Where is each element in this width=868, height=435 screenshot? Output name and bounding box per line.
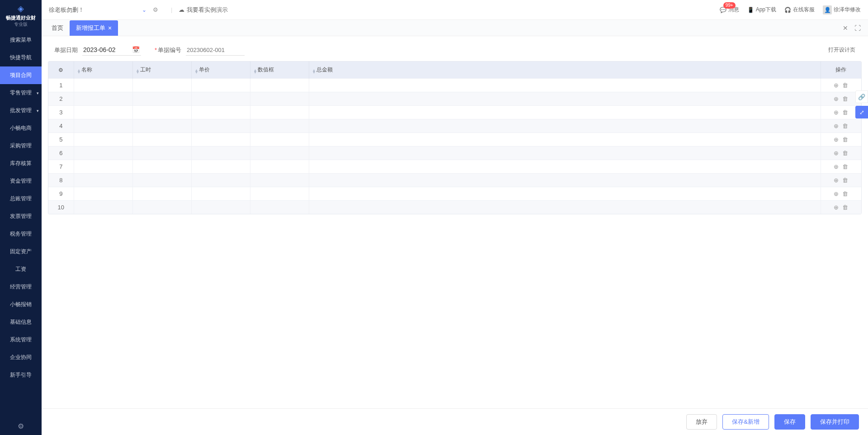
cell-danjia[interactable]: [191, 160, 250, 174]
save-print-button[interactable]: 保存并打印: [811, 414, 859, 430]
cell-zongjine[interactable]: [309, 119, 821, 133]
cell-shuzhikuang[interactable]: [250, 174, 309, 187]
cell-zongjine[interactable]: [309, 160, 821, 174]
cell-shuzhikuang[interactable]: [250, 187, 309, 201]
cell-gongshi[interactable]: [132, 119, 191, 133]
header-settings[interactable]: ⚙: [48, 61, 74, 79]
header-shuzhikuang[interactable]: ▴▾数值框: [250, 61, 309, 79]
cell-zongjine[interactable]: [309, 133, 821, 147]
cell-name[interactable]: [74, 79, 132, 92]
delete-icon[interactable]: 🗑: [842, 150, 848, 156]
cell-gongshi[interactable]: [132, 201, 191, 214]
cell-danjia[interactable]: [191, 201, 250, 214]
fullscreen-icon[interactable]: ⛶: [854, 24, 861, 32]
cell-danjia[interactable]: [191, 187, 250, 201]
sidebar-item-7[interactable]: 库存核算: [0, 155, 42, 172]
cell-zongjine[interactable]: [309, 79, 821, 92]
copy-icon[interactable]: ⊕: [834, 204, 839, 211]
code-input[interactable]: [186, 45, 245, 56]
cell-gongshi[interactable]: [132, 187, 191, 201]
sidebar-item-14[interactable]: 经营管理: [0, 278, 42, 296]
cell-name[interactable]: [74, 106, 132, 119]
cell-danjia[interactable]: [191, 133, 250, 147]
cell-zongjine[interactable]: [309, 92, 821, 106]
cell-gongshi[interactable]: [132, 92, 191, 106]
delete-icon[interactable]: 🗑: [842, 163, 848, 170]
app-download-button[interactable]: 📱 App下载: [747, 6, 776, 14]
date-value[interactable]: [83, 46, 128, 53]
sidebar-item-1[interactable]: 快捷导航: [0, 49, 42, 66]
demo-link[interactable]: ☁ 我要看实例演示: [179, 6, 228, 14]
tab-0[interactable]: 首页: [45, 20, 70, 36]
sidebar-item-5[interactable]: 小畅电商: [0, 119, 42, 137]
sidebar-item-15[interactable]: 小畅报销: [0, 296, 42, 313]
copy-icon[interactable]: ⊕: [834, 150, 839, 156]
cell-gongshi[interactable]: [132, 147, 191, 160]
copy-icon[interactable]: ⊕: [834, 177, 839, 184]
copy-icon[interactable]: ⊕: [834, 163, 839, 170]
cell-shuzhikuang[interactable]: [250, 92, 309, 106]
header-gongshi[interactable]: ▴▾工时: [132, 61, 191, 79]
discard-button[interactable]: 放弃: [686, 414, 717, 430]
cell-shuzhikuang[interactable]: [250, 119, 309, 133]
copy-icon[interactable]: ⊕: [834, 190, 839, 197]
sidebar-item-11[interactable]: 税务管理: [0, 225, 42, 243]
delete-icon[interactable]: 🗑: [842, 123, 848, 129]
cell-name[interactable]: [74, 201, 132, 214]
sidebar-item-17[interactable]: 系统管理: [0, 331, 42, 349]
calendar-icon[interactable]: 📅: [132, 46, 140, 53]
cell-danjia[interactable]: [191, 119, 250, 133]
save-new-button[interactable]: 保存&新增: [722, 414, 769, 430]
cell-zongjine[interactable]: [309, 147, 821, 160]
cell-shuzhikuang[interactable]: [250, 147, 309, 160]
cell-name[interactable]: [74, 119, 132, 133]
header-name[interactable]: ▴▾名称: [74, 61, 132, 79]
sidebar-item-9[interactable]: 总账管理: [0, 190, 42, 208]
delete-icon[interactable]: 🗑: [842, 82, 848, 89]
expand-button[interactable]: ⤢: [855, 106, 868, 118]
close-icon[interactable]: ×: [108, 25, 112, 31]
sidebar-item-3[interactable]: 零售管理▾: [0, 84, 42, 102]
cell-shuzhikuang[interactable]: [250, 133, 309, 147]
sidebar-item-2[interactable]: 项目合同: [0, 66, 42, 84]
sidebar-item-13[interactable]: 工资: [0, 260, 42, 278]
cell-name[interactable]: [74, 187, 132, 201]
service-button[interactable]: 🎧 在线客服: [784, 6, 815, 14]
sidebar-item-10[interactable]: 发票管理: [0, 208, 42, 225]
gear-icon[interactable]: ⚙: [153, 6, 158, 13]
cell-danjia[interactable]: [191, 106, 250, 119]
cell-danjia[interactable]: [191, 92, 250, 106]
cell-gongshi[interactable]: [132, 174, 191, 187]
org-selector[interactable]: 徐老板勿删！ ⌄: [49, 6, 146, 14]
cell-name[interactable]: [74, 92, 132, 106]
cell-danjia[interactable]: [191, 79, 250, 92]
cell-zongjine[interactable]: [309, 201, 821, 214]
sidebar-item-4[interactable]: 批发管理▾: [0, 102, 42, 119]
cell-zongjine[interactable]: [309, 174, 821, 187]
delete-icon[interactable]: 🗑: [842, 136, 848, 143]
sidebar-item-0[interactable]: 搜索菜单: [0, 31, 42, 49]
delete-icon[interactable]: 🗑: [842, 204, 848, 211]
cell-danjia[interactable]: [191, 174, 250, 187]
cell-name[interactable]: [74, 133, 132, 147]
cell-name[interactable]: [74, 160, 132, 174]
sidebar-item-12[interactable]: 固定资产: [0, 243, 42, 260]
cell-gongshi[interactable]: [132, 160, 191, 174]
cell-gongshi[interactable]: [132, 106, 191, 119]
cell-zongjine[interactable]: [309, 106, 821, 119]
settings-icon[interactable]: ⚙: [18, 422, 24, 430]
cell-danjia[interactable]: [191, 147, 250, 160]
sidebar-item-18[interactable]: 企业协同: [0, 349, 42, 366]
design-link[interactable]: 打开设计页: [828, 46, 855, 54]
copy-icon[interactable]: ⊕: [834, 136, 839, 143]
messages-button[interactable]: 99+ 💬 消息: [720, 6, 739, 14]
delete-icon[interactable]: 🗑: [842, 177, 848, 184]
tab-1[interactable]: 新增报工单×: [70, 20, 118, 36]
cell-shuzhikuang[interactable]: [250, 201, 309, 214]
copy-icon[interactable]: ⊕: [834, 123, 839, 129]
copy-icon[interactable]: ⊕: [834, 95, 839, 102]
header-danjia[interactable]: ▴▾单价: [191, 61, 250, 79]
cell-name[interactable]: [74, 174, 132, 187]
user-menu[interactable]: 👤 徐泽华修改: [823, 5, 861, 14]
cell-zongjine[interactable]: [309, 187, 821, 201]
